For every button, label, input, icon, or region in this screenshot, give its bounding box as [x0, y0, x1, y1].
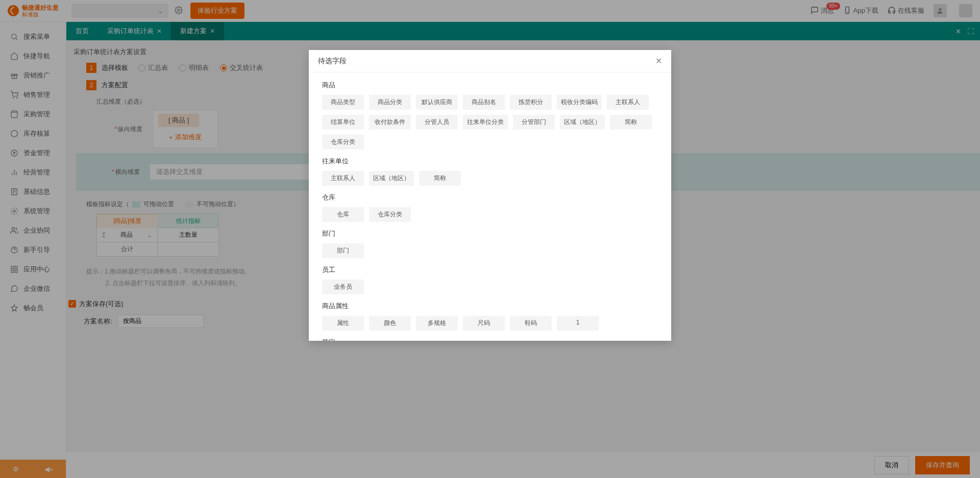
field-item[interactable]: 主联系人 [607, 95, 649, 110]
field-item[interactable]: 拣货积分 [510, 95, 552, 110]
field-group-4: 员工业务员 [322, 265, 658, 294]
field-item[interactable]: 区域（地区） [369, 171, 414, 186]
field-group-5: 商品属性属性颜色多规格尺码鞋码1 [322, 301, 658, 331]
field-item[interactable]: 往来单位分类 [463, 115, 508, 130]
field-group-title: 员工 [322, 265, 658, 274]
field-selector-modal: 待选字段 ✕ 商品商品类型商品分类默认供应商商品别名拣货积分税收分类编码主联系人… [309, 50, 671, 341]
field-item[interactable]: 商品类型 [322, 95, 364, 110]
field-item[interactable]: 部门 [322, 243, 364, 258]
field-item[interactable]: 仓库 [322, 207, 364, 222]
field-group-6: 其它单据日期项目 [322, 338, 658, 341]
field-item[interactable]: 简称 [419, 171, 461, 186]
field-item[interactable]: 主联系人 [322, 171, 364, 186]
field-item[interactable]: 简称 [610, 115, 652, 130]
field-item[interactable]: 仓库分类 [322, 135, 364, 149]
field-group-3: 部门部门 [322, 229, 658, 258]
field-item[interactable]: 业务员 [322, 280, 364, 294]
field-item[interactable]: 颜色 [369, 316, 411, 331]
field-item[interactable]: 商品分类 [369, 95, 411, 110]
field-group-2: 仓库仓库仓库分类 [322, 193, 658, 222]
field-group-title: 仓库 [322, 193, 658, 202]
field-item[interactable]: 区域（地区） [560, 115, 605, 130]
field-item[interactable]: 税收分类编码 [557, 95, 602, 110]
field-item[interactable]: 1 [557, 316, 599, 331]
field-group-title: 其它 [322, 338, 658, 341]
modal-close-button[interactable]: ✕ [655, 56, 662, 66]
modal-title: 待选字段 [318, 57, 347, 66]
field-item[interactable]: 收付款条件 [369, 115, 411, 130]
field-group-1: 往来单位主联系人区域（地区）简称 [322, 157, 658, 186]
field-item[interactable]: 分管人员 [416, 115, 458, 130]
field-item[interactable]: 多规格 [416, 316, 458, 331]
field-item[interactable]: 分管部门 [513, 115, 555, 130]
field-group-title: 商品属性 [322, 301, 658, 311]
field-item[interactable]: 结算单位 [322, 115, 364, 130]
field-group-title: 商品 [322, 81, 658, 90]
field-item[interactable]: 鞋码 [510, 316, 552, 331]
field-item[interactable]: 属性 [322, 316, 364, 331]
field-group-title: 往来单位 [322, 157, 658, 166]
field-item[interactable]: 仓库分类 [369, 207, 411, 222]
field-item[interactable]: 尺码 [463, 316, 505, 331]
field-item[interactable]: 商品别名 [463, 95, 505, 110]
field-item[interactable]: 默认供应商 [416, 95, 458, 110]
field-group-0: 商品商品类型商品分类默认供应商商品别名拣货积分税收分类编码主联系人结算单位收付款… [322, 81, 658, 149]
field-group-title: 部门 [322, 229, 658, 238]
